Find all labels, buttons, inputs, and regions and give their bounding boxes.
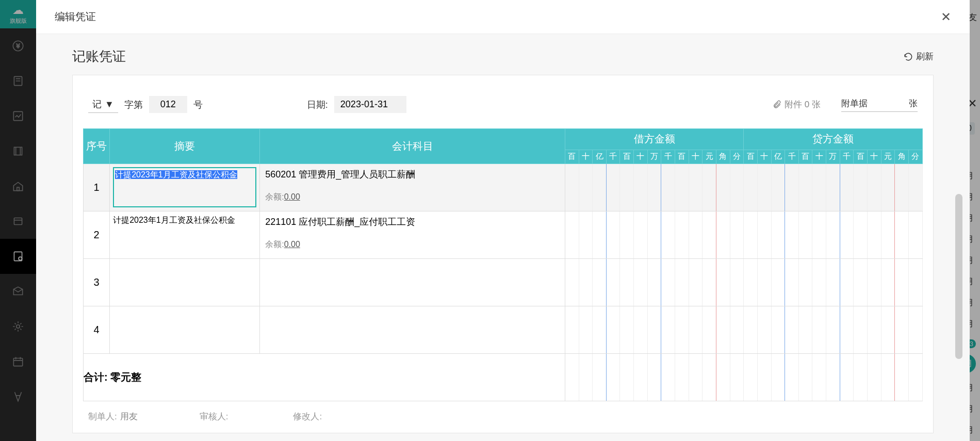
- amount-cell[interactable]: [840, 211, 854, 259]
- amount-cell[interactable]: [565, 354, 579, 401]
- amount-cell[interactable]: [647, 164, 661, 211]
- amount-cell[interactable]: [593, 164, 607, 211]
- amount-cell[interactable]: [785, 306, 799, 354]
- amount-cell[interactable]: [606, 259, 620, 306]
- amount-cell[interactable]: [798, 259, 812, 306]
- amount-cell[interactable]: [565, 211, 579, 259]
- account-cell[interactable]: [260, 259, 565, 306]
- amount-cell[interactable]: [593, 211, 607, 259]
- amount-cell[interactable]: [757, 306, 771, 354]
- amount-cell[interactable]: [785, 354, 799, 401]
- summary-cell[interactable]: 计提2023年1月工资及社保公积金: [110, 164, 260, 211]
- amount-cell[interactable]: [826, 164, 840, 211]
- amount-cell[interactable]: [716, 211, 730, 259]
- summary-cell[interactable]: [110, 259, 260, 306]
- voucher-type-dropdown[interactable]: 记 ▼: [88, 96, 118, 113]
- amount-cell[interactable]: [647, 259, 661, 306]
- amount-cell[interactable]: [593, 259, 607, 306]
- amount-cell[interactable]: [895, 354, 909, 401]
- amount-cell[interactable]: [703, 306, 716, 354]
- amount-cell[interactable]: [908, 164, 922, 211]
- amount-cell[interactable]: [826, 211, 840, 259]
- attachment-link[interactable]: 附件 0 张: [772, 99, 821, 110]
- amount-cell[interactable]: [593, 354, 607, 401]
- amount-cell[interactable]: [826, 259, 840, 306]
- amount-cell[interactable]: [881, 306, 895, 354]
- modal-scrollbar[interactable]: [955, 194, 962, 359]
- amount-cell[interactable]: [771, 164, 785, 211]
- amount-cell[interactable]: [675, 164, 689, 211]
- amount-cell[interactable]: [812, 164, 826, 211]
- amount-cell[interactable]: [689, 164, 703, 211]
- date-input[interactable]: [334, 96, 406, 113]
- amount-cell[interactable]: [606, 164, 620, 211]
- amount-cell[interactable]: [812, 306, 826, 354]
- amount-cell[interactable]: [798, 164, 812, 211]
- amount-cell[interactable]: [812, 354, 826, 401]
- amount-cell[interactable]: [757, 354, 771, 401]
- amount-cell[interactable]: [579, 211, 593, 259]
- amount-cell[interactable]: [854, 259, 868, 306]
- amount-cell[interactable]: [798, 211, 812, 259]
- account-cell[interactable]: 560201 管理费用_管理人员职工薪酬余额:0.00: [260, 164, 565, 211]
- amount-cell[interactable]: [689, 211, 703, 259]
- amount-cell[interactable]: [868, 354, 881, 401]
- amount-cell[interactable]: [826, 354, 840, 401]
- refresh-button[interactable]: 刷新: [904, 51, 934, 62]
- amount-cell[interactable]: [744, 164, 758, 211]
- amount-cell[interactable]: [565, 259, 579, 306]
- amount-cell[interactable]: [620, 306, 634, 354]
- amount-cell[interactable]: [703, 259, 716, 306]
- amount-cell[interactable]: [785, 211, 799, 259]
- amount-cell[interactable]: [881, 211, 895, 259]
- amount-cell[interactable]: [798, 354, 812, 401]
- amount-cell[interactable]: [661, 354, 675, 401]
- amount-cell[interactable]: [785, 259, 799, 306]
- account-cell[interactable]: [260, 306, 565, 354]
- amount-cell[interactable]: [661, 211, 675, 259]
- amount-cell[interactable]: [840, 259, 854, 306]
- amount-cell[interactable]: [703, 354, 716, 401]
- bill-count-input[interactable]: [873, 98, 904, 108]
- amount-cell[interactable]: [730, 211, 744, 259]
- account-cell[interactable]: 221101 应付职工薪酬_应付职工工资余额:0.00: [260, 211, 565, 259]
- amount-cell[interactable]: [689, 259, 703, 306]
- amount-cell[interactable]: [854, 211, 868, 259]
- amount-cell[interactable]: [579, 164, 593, 211]
- amount-cell[interactable]: [881, 164, 895, 211]
- amount-cell[interactable]: [812, 259, 826, 306]
- amount-cell[interactable]: [661, 164, 675, 211]
- amount-cell[interactable]: [881, 259, 895, 306]
- amount-cell[interactable]: [579, 259, 593, 306]
- amount-cell[interactable]: [634, 211, 648, 259]
- amount-cell[interactable]: [895, 164, 909, 211]
- amount-cell[interactable]: [744, 259, 758, 306]
- amount-cell[interactable]: [826, 306, 840, 354]
- amount-cell[interactable]: [895, 306, 909, 354]
- amount-cell[interactable]: [620, 164, 634, 211]
- amount-cell[interactable]: [634, 354, 648, 401]
- amount-cell[interactable]: [716, 259, 730, 306]
- amount-cell[interactable]: [716, 306, 730, 354]
- amount-cell[interactable]: [771, 259, 785, 306]
- amount-cell[interactable]: [606, 354, 620, 401]
- amount-cell[interactable]: [854, 354, 868, 401]
- amount-cell[interactable]: [730, 259, 744, 306]
- amount-cell[interactable]: [675, 259, 689, 306]
- amount-cell[interactable]: [854, 164, 868, 211]
- amount-cell[interactable]: [675, 306, 689, 354]
- amount-cell[interactable]: [798, 306, 812, 354]
- amount-cell[interactable]: [771, 211, 785, 259]
- amount-cell[interactable]: [689, 354, 703, 401]
- amount-cell[interactable]: [606, 211, 620, 259]
- amount-cell[interactable]: [908, 259, 922, 306]
- amount-cell[interactable]: [868, 211, 881, 259]
- amount-cell[interactable]: [744, 354, 758, 401]
- amount-cell[interactable]: [620, 354, 634, 401]
- amount-cell[interactable]: [579, 354, 593, 401]
- amount-cell[interactable]: [730, 306, 744, 354]
- amount-cell[interactable]: [675, 354, 689, 401]
- amount-cell[interactable]: [744, 306, 758, 354]
- amount-cell[interactable]: [895, 211, 909, 259]
- amount-cell[interactable]: [757, 211, 771, 259]
